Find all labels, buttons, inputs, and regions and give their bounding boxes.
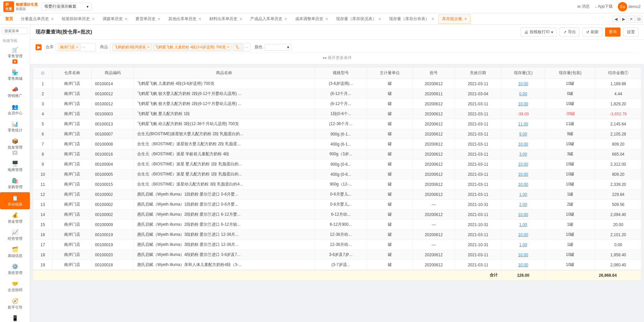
cell-qty-main[interactable]: 10.00 [501,159,545,169]
sidebar-item-wholesale[interactable]: 📦 批发管理 ▼ [0,135,30,158]
sidebar-item-apps[interactable]: 📱 应用中心 [0,312,30,322]
sidebar-item-operations[interactable]: 📈 经营管理 [0,226,30,244]
tab-distribute[interactable]: 分量盘点单历史 ✕ [17,14,57,24]
tab-other-out[interactable]: 其他出库单历史 ✕ [165,14,205,24]
tab-cost-adjust[interactable]: 成本调整单历史 ✕ [291,14,332,24]
tab-close-product-in[interactable]: ✕ [284,17,287,21]
expand-conditions-btn[interactable]: ▾▾ 展开更多条件 [36,53,639,61]
tab-close-dismantle[interactable]: ✕ [92,17,95,21]
sidebar-item-enterprise[interactable]: 🤝 企业协同 [0,278,30,295]
message-btn[interactable]: ✉ 消息 [577,4,590,9]
product-tag-area[interactable]: 飞鹤奶粉3段丙搭装 ✕ 飞鹤星飞帆 儿童奶粉 4段(3-6岁适用) 700克 ✕… [110,43,251,51]
sidebar-item-inventory[interactable]: 📋 库存核算 [0,192,30,209]
tab-close-requisition[interactable]: ✕ [158,17,160,21]
tab-close-all-btn[interactable]: ✕ [628,16,635,22]
settings-icon[interactable]: ⚙ [41,70,45,76]
warehouse-tag-close[interactable]: ✕ [76,45,78,49]
cell-qty-main[interactable]: 10.00 [501,250,545,260]
cell-qty-main[interactable]: 3.00 [501,149,545,159]
cell-qty-main[interactable]: 10.00 [501,179,545,190]
sidebar-item-ecommerce[interactable]: 🖥️ 电商管理 [0,158,30,175]
industry-select[interactable]: 母婴行业演示账套 ▾ [41,3,92,10]
tab-close-batch[interactable]: ✕ [464,17,467,21]
cell-qty-main[interactable]: 10.00 [501,260,545,270]
cell-expire: 2021-03-11 [455,260,501,270]
sidebar-item-retail[interactable]: 🛒 零售管理 ▼ [0,44,30,66]
query-btn[interactable]: 查询 [605,28,621,37]
cell-qty-main[interactable]: -39.00 [501,109,545,119]
cell-qty-main[interactable]: 1.00 [501,240,545,250]
cell-qty-pkg: 10罐 [545,169,595,179]
tab-close-material-out[interactable]: ✕ [239,17,242,21]
cell-qty-main[interactable]: 1.00 [501,190,545,200]
tab-allocate[interactable]: 调拨单历史 ✕ [99,14,131,24]
search-input[interactable] [2,28,28,34]
tab-close-stock-status[interactable]: ✕ [378,17,381,21]
refresh-btn[interactable]: ↺ 刷新 [582,28,602,37]
tab-next-btn[interactable]: ▶ [620,16,627,22]
cell-name: 惠氏启赋（Wyeth illuma）1段奶粉 爱尔兰进口 0-6月婴... [133,200,315,210]
cell-name: 飞鹤星飞帆 较大婴儿配方奶粉 2段(6-12个月婴幼儿适用) ... [133,99,315,109]
tab-product-in[interactable]: 产成品入库单历史 ✕ [247,14,291,24]
tab-close-distribute[interactable]: ✕ [51,17,54,21]
sidebar-item-retail-shop[interactable]: 🏪 零售商城 [0,66,30,84]
cell-qty-main[interactable]: 11.00 [501,119,545,129]
sidebar-item-stat[interactable]: 📊 零售统计 [0,118,30,135]
table-row: 19 南岸门店 00100018 惠氏启赋（Wyeth illuma）亲和人体儿… [33,260,641,270]
cell-spec: 400g (6-1... [315,139,367,149]
table-row: 12 南岸门店 00100002 惠氏启赋（Wyeth illuma）1段奶粉 … [33,190,641,200]
cell-qty-main[interactable]: 10.00 [501,79,545,89]
sidebar-item-marketing[interactable]: 📣 营销推广 [0,84,30,101]
quick-nav-label: 快捷导航 [0,37,30,44]
color-filter-input[interactable]: ▾ [265,44,291,51]
tab-expand-btn[interactable]: ⊟ [636,16,642,22]
cell-qty-main[interactable]: 10.00 [501,99,545,109]
sidebar-item-member[interactable]: 👥 会员中心 [0,101,30,118]
cell-qty-main[interactable]: 10.00 [501,169,545,179]
export-btn[interactable]: ↗ 导出 [559,28,580,37]
table-row: 15 南岸门店 00100009 惠氏启赋（Wyeth illuma）2段奶粉 … [33,220,641,230]
advance-filter-btn[interactable]: ▶ [36,44,42,50]
tab-close-cost-adjust[interactable]: ✕ [325,17,328,21]
sidebar-item-purchase[interactable]: 🛍️ 采购管理 [0,175,30,192]
app-download-btn[interactable]: ↓ App下载 [595,4,613,9]
cell-qty-main[interactable]: 1.00 [501,220,545,230]
cell-name: 惠氏启赋（Wyeth illuma）1段奶粉 爱尔兰进口 0-6月婴... [133,190,315,200]
tab-material-out[interactable]: 材料出库单历史 ✕ [206,14,246,24]
user-avatar-area[interactable]: Ea demo2 [618,2,641,11]
warehouse-more[interactable]: ··· [82,45,85,50]
tab-requisition[interactable]: 要货单历史 ✕ [132,14,164,24]
cell-qty-main[interactable]: 9.00 [501,129,545,139]
retail-shop-icon: 🏪 [12,69,18,75]
product-more[interactable]: ··· [245,45,248,50]
cell-warehouse: 南岸门店 [52,109,91,119]
tab-stock-status[interactable]: 现存量（库存状况表） ✕ [332,14,385,24]
cell-name: 惠氏启赋（Wyeth illuma）3段奶粉 爱尔兰进口 12-36月... [133,230,315,240]
tab-dismantle[interactable]: 组装拆卸单历史 ✕ [58,14,98,24]
tab-batch[interactable]: 库存批次账 ✕ [438,14,471,24]
tab-stock-dist[interactable]: 现存量（库存分布表） ✕ [385,14,438,24]
warehouse-tag-area[interactable]: 南岸门店 ✕ ··· [56,43,96,51]
tab-close-stock-dist[interactable]: ✕ [431,17,434,21]
template-print-btn[interactable]: 🖨 按模板打印 ▾ [521,28,557,37]
row-number: 7 [33,139,53,149]
sidebar-item-guide[interactable]: 🧭 新手引导 [0,295,30,312]
sidebar-item-basic[interactable]: 🗂️ 基础信息 [0,244,30,261]
tab-home[interactable]: 首页 [2,14,16,24]
cell-qty-main[interactable]: 10.00 [501,210,545,220]
cell-batch: 20200612 [413,190,454,200]
cell-expire: 2021-03-04 [455,89,501,99]
settings-btn[interactable]: 设置 [623,28,639,37]
product-tag-2-close[interactable]: ✕ [227,45,229,49]
sidebar-item-finance[interactable]: 💰 资金管理 [0,209,30,226]
sidebar-item-system[interactable]: ⚙️ 系统管理 [0,261,30,278]
tab-close-allocate[interactable]: ✕ [125,17,127,21]
cell-qty-main[interactable]: 10.00 [501,230,545,240]
product-tag-1-close[interactable]: ✕ [147,45,150,49]
tab-close-other-out[interactable]: ✕ [199,17,201,21]
col-settings[interactable]: ⚙ [33,67,53,79]
cell-qty-main[interactable]: 2.00 [501,200,545,210]
tab-prev-btn[interactable]: ◀ [612,16,619,22]
cell-qty-main[interactable]: 0.00 [501,89,545,99]
cell-qty-main[interactable]: 10.00 [501,139,545,149]
